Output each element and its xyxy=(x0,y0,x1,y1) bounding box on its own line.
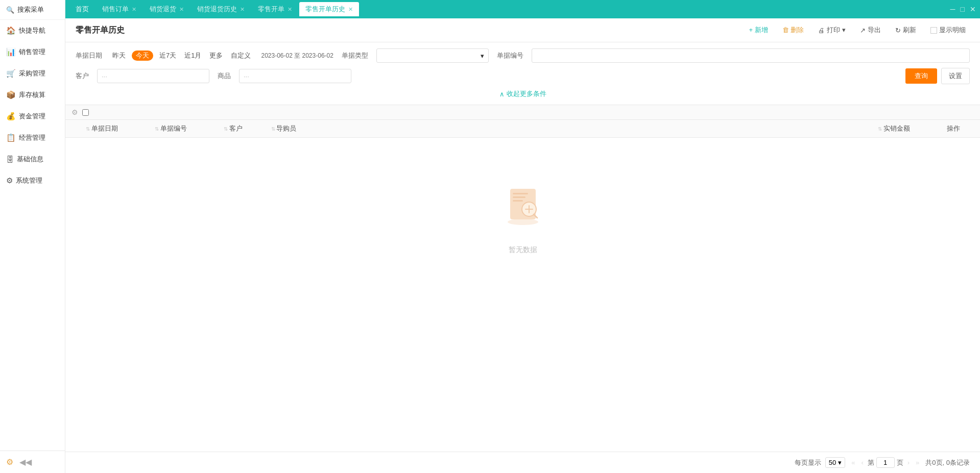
table-area: ⚙ ⇅ 单据日期 ⇅ 单据编号 xyxy=(65,105,980,452)
date-opt-1month[interactable]: 近1月 xyxy=(182,51,203,61)
per-page-select[interactable]: 50 ▾ xyxy=(825,457,845,468)
tab-sales-return[interactable]: 销货退货 ✕ xyxy=(144,2,190,16)
date-opt-yesterday[interactable]: 昨天 xyxy=(110,51,128,61)
tab-retail-open[interactable]: 零售开单 ✕ xyxy=(252,2,298,16)
system-icon: ⚙ xyxy=(6,176,13,185)
collapse-sidebar-icon[interactable]: ◀◀ xyxy=(19,457,32,467)
tab-sales-order[interactable]: 销售订单 ✕ xyxy=(96,2,142,16)
sidebar-item-quick-nav[interactable]: 🏠 快捷导航 xyxy=(0,20,65,41)
th-date-sort-icon: ⇅ xyxy=(86,126,91,132)
tab-bar: 首页 销售订单 ✕ 销货退货 ✕ 销货退货历史 ✕ 零售开单 ✕ 零售开单历史 … xyxy=(65,0,980,18)
th-doc-num[interactable]: ⇅ 单据编号 xyxy=(150,120,219,138)
settings-gear-icon[interactable]: ⚙ xyxy=(6,457,13,467)
page-number-input[interactable] xyxy=(876,457,895,468)
sidebar-item-basic-info[interactable]: 🗄 基础信息 xyxy=(0,148,65,170)
customer-label: 客户 xyxy=(76,71,89,81)
sidebar-item-label: 基础信息 xyxy=(17,155,43,164)
sidebar-item-business[interactable]: 📋 经营管理 xyxy=(0,127,65,148)
add-button[interactable]: + 新增 xyxy=(745,23,772,37)
sidebar-item-sales-mgmt[interactable]: 📊 销售管理 xyxy=(0,41,65,63)
display-label: 显示明细 xyxy=(939,26,966,35)
page-total-label: 共0页, 0条记录 xyxy=(925,458,970,467)
tab-sales-order-close[interactable]: ✕ xyxy=(132,6,136,13)
inventory-icon: 📦 xyxy=(6,90,16,99)
sidebar-search[interactable]: 🔍 搜索采单 xyxy=(0,0,65,20)
sidebar-item-label: 经营管理 xyxy=(19,133,45,142)
svg-rect-2 xyxy=(513,193,528,194)
page-title: 零售开单历史 xyxy=(76,25,125,36)
prev-page-button[interactable]: ‹ xyxy=(859,458,865,467)
display-checkbox[interactable] xyxy=(930,27,937,34)
tab-retail-open-label: 零售开单 xyxy=(258,5,284,14)
home-icon: 🏠 xyxy=(6,26,16,35)
per-page-value: 50 xyxy=(829,459,836,466)
window-maximize-icon[interactable]: □ xyxy=(961,5,965,13)
finance-icon: 💰 xyxy=(6,112,16,121)
delete-button[interactable]: 🗑 删除 xyxy=(778,23,808,37)
th-salesperson-sort-icon: ⇅ xyxy=(271,126,277,132)
sidebar-item-inventory[interactable]: 📦 库存核算 xyxy=(0,84,65,106)
content-area: 零售开单历史 + 新增 🗑 删除 🖨 🖨 打印 打印 ▾ ↗ 导出 ↻ 刷新 xyxy=(65,18,980,473)
first-page-button[interactable]: « xyxy=(849,458,857,467)
date-range-display: 2023-06-02 至 2023-06-02 xyxy=(261,52,333,60)
sidebar-search-label: 搜索采单 xyxy=(17,5,44,14)
sidebar-item-label: 库存核算 xyxy=(19,90,45,99)
th-amount[interactable]: ⇅ 实销金额 xyxy=(873,120,942,138)
filter-row-2: 客户 ··· 商品 ··· 查询 设置 xyxy=(76,68,970,84)
display-detail-button[interactable]: 显示明细 xyxy=(926,23,970,37)
table-toolbar: ⚙ xyxy=(65,105,980,120)
date-opt-7days[interactable]: 近7天 xyxy=(157,51,178,61)
page-suffix-label: 页 xyxy=(897,458,903,467)
th-salesperson[interactable]: ⇅ 导购员 xyxy=(266,120,324,138)
purchase-icon: 🛒 xyxy=(6,69,16,78)
tab-sales-return-history[interactable]: 销货退货历史 ✕ xyxy=(191,2,251,16)
date-opt-more[interactable]: 更多 xyxy=(207,51,225,61)
query-button[interactable]: 查询 xyxy=(905,68,937,84)
th-date[interactable]: ⇅ 单据日期 xyxy=(81,120,150,138)
customer-input[interactable]: ··· xyxy=(97,69,209,83)
next-page-button[interactable]: › xyxy=(905,458,912,467)
export-button[interactable]: ↗ 导出 xyxy=(856,23,885,37)
tab-retail-open-history[interactable]: 零售开单历史 ✕ xyxy=(299,2,359,16)
sidebar-item-system[interactable]: ⚙ 系统管理 xyxy=(0,170,65,191)
window-close-icon[interactable]: ✕ xyxy=(970,5,976,13)
sidebar-item-purchase-mgmt[interactable]: 🛒 采购管理 xyxy=(0,63,65,84)
sidebar: 🔍 搜索采单 🏠 快捷导航 📊 销售管理 🛒 采购管理 📦 库存核算 💰 资金管… xyxy=(0,0,65,473)
tab-sales-return-history-label: 销货退货历史 xyxy=(197,5,237,14)
product-input[interactable]: ··· xyxy=(239,69,351,83)
collapse-filter-btn[interactable]: ∧ 收起更多条件 xyxy=(76,89,970,98)
tab-home-label: 首页 xyxy=(76,5,89,14)
main-area: 首页 销售订单 ✕ 销货退货 ✕ 销货退货历史 ✕ 零售开单 ✕ 零售开单历史 … xyxy=(65,0,980,473)
last-page-button[interactable]: » xyxy=(914,458,921,467)
refresh-button[interactable]: ↻ 刷新 xyxy=(891,23,920,37)
tab-sales-return-history-close[interactable]: ✕ xyxy=(240,6,245,13)
date-opt-today[interactable]: 今天 xyxy=(132,51,153,61)
print-button[interactable]: 🖨 🖨 打印 打印 ▾ xyxy=(814,23,850,37)
th-doc-num-sort-icon: ⇅ xyxy=(155,126,160,132)
empty-text: 暂无数据 xyxy=(509,245,537,255)
doc-type-label: 单据类型 xyxy=(342,51,368,60)
tab-sales-return-close[interactable]: ✕ xyxy=(179,6,184,13)
svg-rect-3 xyxy=(513,196,525,198)
doc-num-input[interactable] xyxy=(532,48,970,63)
tab-retail-open-close[interactable]: ✕ xyxy=(288,6,292,13)
basic-info-icon: 🗄 xyxy=(6,155,14,164)
filter-area: 单据日期 昨天 今天 近7天 近1月 更多 自定义 2023-06-02 至 2… xyxy=(65,42,980,105)
doc-type-select[interactable]: ▾ xyxy=(376,48,489,63)
page-header: 零售开单历史 + 新增 🗑 删除 🖨 🖨 打印 打印 ▾ ↗ 导出 ↻ 刷新 xyxy=(65,18,980,42)
export-icon: ↗ xyxy=(860,27,866,34)
settings-button[interactable]: 设置 xyxy=(941,68,970,84)
th-customer-sort-icon: ⇅ xyxy=(224,126,229,132)
sales-icon: 📊 xyxy=(6,47,16,57)
th-customer[interactable]: ⇅ 客户 xyxy=(219,120,266,138)
refresh-label: 刷新 xyxy=(903,26,916,35)
table-settings-icon[interactable]: ⚙ xyxy=(71,108,78,116)
date-opt-custom[interactable]: 自定义 xyxy=(229,51,253,61)
window-minimize-icon[interactable]: ─ xyxy=(950,5,955,13)
tab-home[interactable]: 首页 xyxy=(69,2,95,16)
sidebar-item-finance[interactable]: 💰 资金管理 xyxy=(0,106,65,127)
data-table: ⇅ 单据日期 ⇅ 单据编号 ⇅ 客户 ⇅ xyxy=(65,120,980,138)
select-all-checkbox[interactable] xyxy=(82,109,89,116)
tab-retail-open-history-close[interactable]: ✕ xyxy=(348,6,353,13)
print-icon: 🖨 xyxy=(818,27,825,34)
